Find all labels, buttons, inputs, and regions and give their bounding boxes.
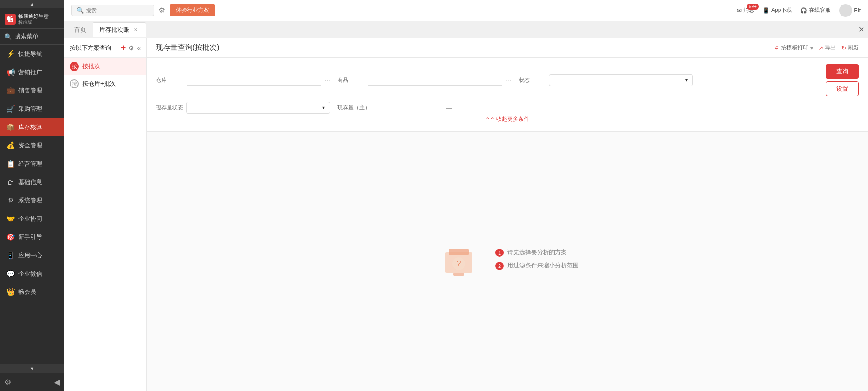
collapse-more-conditions[interactable]: ⌃⌃ 收起更多条件 (156, 114, 859, 125)
print-icon: 🖨 (774, 45, 779, 51)
tab-inventory-batch-label: 库存批次账 (99, 26, 129, 34)
sidebar-item-appcenter[interactable]: 📱 应用中心 (0, 246, 64, 265)
warehouse-dots[interactable]: ··· (324, 76, 330, 84)
nav-icon-sales: 💼 (6, 87, 15, 95)
right-panel: 现存量查询(按批次) 🖨 按模板打印 ▾ ↗ 导出 ↻ 刷新 (147, 38, 868, 391)
stock-qty-max-input[interactable] (456, 103, 530, 113)
nav-label-wxwork: 企业微信 (18, 270, 42, 278)
scheme-item-batch[interactable]: 按 按批次 (64, 58, 146, 75)
sidebar-item-wxwork[interactable]: 💬 企业微信 (0, 265, 64, 283)
left-panel-title: 按以下方案查询 (70, 44, 111, 52)
sidebar-search-label: 搜索菜单 (15, 33, 38, 41)
refresh-label: 刷新 (848, 44, 859, 52)
sidebar-item-sales[interactable]: 💼 销售管理 (0, 81, 64, 100)
sidebar-footer: ⚙ ◀ (0, 373, 64, 391)
scheme-label-batch: 按批次 (82, 62, 100, 71)
customer-service-button[interactable]: 🎧 在线客服 (800, 6, 831, 14)
sidebar-item-operations[interactable]: 📋 经营管理 (0, 155, 64, 173)
sidebar-item-basic[interactable]: 🗂 基础信息 (0, 173, 64, 191)
warehouse-label: 仓库 (156, 76, 183, 84)
print-dropdown-icon[interactable]: ▾ (810, 45, 813, 51)
trial-button[interactable]: 体验行业方案 (170, 4, 215, 16)
topbar-right: ✉ 消息 99+ 📱 App下载 🎧 在线客服 Rit (737, 4, 861, 17)
topbar: 🔍 ⚙ 体验行业方案 ✉ 消息 99+ 📱 App下载 🎧 在线客服 Rit (64, 0, 868, 21)
brand-name: 畅康通好生意 (18, 13, 49, 19)
stock-qty-filter: 现存量（主） — (337, 103, 511, 113)
empty-illustration: ? (436, 239, 482, 284)
tip-num-2: 2 (495, 262, 504, 270)
scheme-icon-warehouse: 按 (70, 79, 79, 88)
page-title: 现存量查询(按批次) (156, 43, 220, 53)
panel-close-button[interactable]: ✕ (858, 25, 864, 34)
app-download-button[interactable]: 📱 App下载 (763, 6, 792, 14)
tabbar: 首页 库存批次账 × ✕ (64, 21, 868, 38)
sidebar-item-newbie[interactable]: 🎯 新手引导 (0, 228, 64, 246)
empty-tip-1: 1 请先选择要分析的方案 (495, 248, 579, 257)
nav-label-quicknav: 快捷导航 (18, 50, 42, 58)
nav-label-purchase: 采购管理 (18, 105, 42, 113)
nav-label-basic: 基础信息 (18, 178, 42, 186)
export-button[interactable]: ↗ 导出 (819, 44, 836, 52)
nav-icon-marketing: 📢 (6, 68, 15, 76)
message-button[interactable]: ✉ 消息 99+ (737, 6, 754, 14)
nav-icon-purchase: 🛒 (6, 105, 15, 113)
product-input[interactable] (368, 75, 502, 86)
tab-home-label: 首页 (74, 26, 86, 34)
sidebar-item-member[interactable]: 👑 畅会员 (0, 283, 64, 301)
user-profile-button[interactable]: Rit (839, 4, 861, 17)
message-icon: ✉ (737, 7, 742, 14)
page-header-actions: 🖨 按模板打印 ▾ ↗ 导出 ↻ 刷新 (774, 44, 859, 52)
product-dots[interactable]: ··· (506, 76, 511, 84)
topbar-gear-icon[interactable]: ⚙ (159, 6, 165, 15)
tab-home[interactable]: 首页 (68, 23, 93, 37)
left-panel-header: 按以下方案查询 + ⚙ « (64, 38, 146, 58)
stock-qty-label: 现存量（主） (337, 104, 365, 112)
tip-text-2: 用过滤条件来缩小分析范围 (507, 261, 579, 270)
service-icon: 🎧 (800, 7, 807, 14)
sidebar-item-quicknav[interactable]: ⚡ 快捷导航 (0, 45, 64, 63)
sidebar-item-purchase[interactable]: 🛒 采购管理 (0, 100, 64, 118)
topbar-search-box[interactable]: 🔍 (71, 5, 154, 16)
stock-qty-min-input[interactable] (368, 103, 443, 113)
print-button[interactable]: 🖨 按模板打印 ▾ (774, 44, 813, 52)
status-select[interactable]: ▾ (549, 74, 693, 86)
sidebar-item-enterprise[interactable]: 🤝 企业协同 (0, 210, 64, 228)
nav-icon-inventory: 📦 (6, 123, 15, 131)
scheme-label-warehouse: 按仓库+批次 (82, 80, 116, 88)
add-scheme-button[interactable]: + (121, 43, 126, 53)
tab-inventory-batch[interactable]: 库存批次账 × (93, 22, 146, 37)
filter-top-row: 仓库 ··· 商品 ··· 状态 (156, 64, 859, 114)
nav-icon-finance: 💰 (6, 141, 15, 150)
sidebar-item-system[interactable]: ⚙ 系统管理 (0, 191, 64, 210)
refresh-button[interactable]: ↻ 刷新 (841, 44, 859, 52)
sidebar-item-inventory[interactable]: 📦 库存核算 (0, 118, 64, 136)
topbar-search-input[interactable] (86, 7, 141, 14)
svg-rect-4 (453, 273, 464, 276)
warehouse-input[interactable] (187, 75, 321, 86)
svg-rect-1 (449, 249, 469, 255)
settings-icon[interactable]: ⚙ (5, 378, 11, 386)
sidebar-search[interactable]: 🔍 搜索菜单 (0, 29, 64, 45)
sidebar-item-marketing[interactable]: 📢 营销推广 (0, 63, 64, 81)
sidebar-scroll-up[interactable]: ▲ (0, 0, 64, 8)
topbar-search-icon: 🔍 (77, 7, 84, 14)
sidebar-item-finance[interactable]: 💰 资金管理 (0, 136, 64, 155)
tab-close-button[interactable]: × (132, 26, 139, 33)
nav-label-system: 系统管理 (18, 196, 42, 205)
nav-icon-operations: 📋 (6, 160, 15, 168)
message-badge: 99+ (747, 4, 759, 10)
stock-status-select[interactable]: ▾ (186, 102, 330, 114)
left-panel-collapse-icon[interactable]: « (137, 44, 141, 52)
sidebar-scroll-down[interactable]: ▼ (0, 364, 64, 373)
query-button[interactable]: 查询 (826, 64, 859, 79)
empty-tips: 1 请先选择要分析的方案 2 用过滤条件来缩小分析范围 (495, 248, 579, 275)
filter-area: 仓库 ··· 商品 ··· 状态 (147, 58, 868, 132)
collapse-sidebar-button[interactable]: ◀ (54, 378, 60, 386)
nav-label-marketing: 营销推广 (18, 68, 42, 76)
scheme-item-warehouse-batch[interactable]: 按 按仓库+批次 (64, 75, 146, 92)
stock-status-label: 现存量状态 (156, 104, 183, 112)
filter-settings-button[interactable]: 设置 (826, 81, 859, 96)
brand: 畅 畅康通好生意 标准版 (5, 13, 60, 26)
scheme-settings-icon[interactable]: ⚙ (128, 44, 134, 52)
page-header: 现存量查询(按批次) 🖨 按模板打印 ▾ ↗ 导出 ↻ 刷新 (147, 38, 868, 58)
